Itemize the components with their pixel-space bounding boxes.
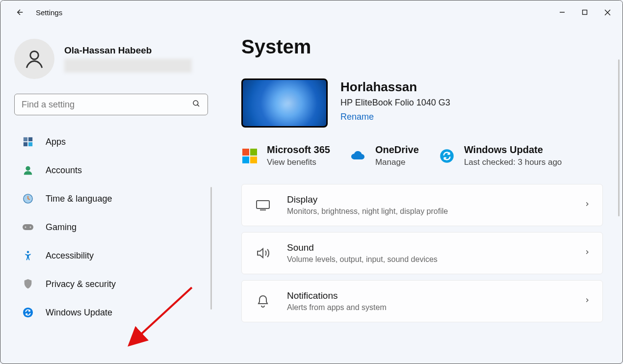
status-microsoft-365[interactable]: Microsoft 365 View benefits: [241, 144, 330, 167]
gaming-icon: [22, 221, 34, 233]
sidebar-item-label: Windows Update: [46, 308, 112, 318]
card-notifications[interactable]: Notifications Alerts from apps and syste…: [241, 280, 603, 322]
display-icon: [254, 199, 272, 211]
svg-rect-19: [257, 201, 269, 208]
svg-rect-7: [24, 137, 27, 141]
status-windows-update[interactable]: Windows Update Last checked: 3 hours ago: [439, 144, 562, 167]
sidebar-item-label: Accounts: [46, 165, 82, 176]
user-block[interactable]: Ola-Hassan Habeeb: [14, 39, 209, 79]
apps-icon: [22, 136, 34, 148]
rename-link[interactable]: Rename: [340, 112, 374, 122]
accounts-icon: [22, 164, 34, 176]
svg-point-15: [30, 227, 31, 228]
sidebar-item-label: Accessibility: [46, 251, 94, 261]
svg-point-5: [193, 101, 198, 105]
svg-point-14: [25, 227, 26, 228]
chevron-right-icon: [584, 297, 591, 306]
status-title: OneDrive: [375, 144, 419, 156]
sidebar-item-windows-update[interactable]: Windows Update: [14, 300, 209, 325]
nav: Apps Accounts Time & language Gaming: [14, 129, 209, 325]
status-sub: Manage: [375, 157, 419, 167]
windows-update-icon: [22, 307, 34, 318]
svg-point-4: [30, 51, 39, 59]
status-sub: View benefits: [267, 157, 330, 167]
svg-line-6: [197, 104, 199, 106]
sidebar-item-label: Apps: [46, 137, 66, 147]
user-name: Ola-Hassan Habeeb: [64, 45, 192, 56]
search-input[interactable]: [22, 100, 192, 110]
svg-point-16: [27, 251, 29, 253]
sidebar-item-accessibility[interactable]: Accessibility: [14, 243, 209, 268]
svg-rect-13: [23, 224, 33, 230]
sidebar-item-privacy-security[interactable]: Privacy & security: [14, 271, 209, 297]
chevron-right-icon: [584, 201, 591, 209]
content-pane: System Horlahassan HP EliteBook Folio 10…: [214, 24, 623, 364]
status-title: Microsoft 365: [267, 144, 330, 156]
user-email-redacted: [64, 59, 192, 73]
content-scrollbar[interactable]: [618, 59, 620, 216]
sidebar-item-accounts[interactable]: Accounts: [14, 157, 209, 183]
settings-cards: Display Monitors, brightness, night ligh…: [241, 184, 603, 322]
svg-point-18: [440, 149, 454, 163]
svg-rect-10: [28, 142, 32, 146]
windows-update-status-icon: [439, 148, 455, 164]
sidebar-item-label: Privacy & security: [46, 279, 116, 289]
status-onedrive[interactable]: OneDrive Manage: [350, 144, 419, 167]
back-button[interactable]: [10, 2, 30, 22]
card-sub: Monitors, brightness, night light, displ…: [287, 207, 448, 216]
sidebar-item-gaming[interactable]: Gaming: [14, 214, 209, 240]
sidebar: Ola-Hassan Habeeb Apps Accou: [0, 24, 214, 364]
svg-point-11: [26, 166, 30, 171]
onedrive-icon: [350, 148, 366, 164]
nav-scrollbar[interactable]: [210, 187, 212, 310]
avatar: [14, 39, 54, 79]
window-controls: [551, 4, 619, 20]
sidebar-item-time-language[interactable]: Time & language: [14, 186, 209, 211]
accessibility-icon: [22, 250, 34, 261]
card-sub: Alerts from apps and system: [287, 303, 387, 312]
card-sub: Volume levels, output, input, sound devi…: [287, 255, 438, 264]
search-box[interactable]: [14, 94, 208, 115]
status-title: Windows Update: [464, 144, 562, 156]
sidebar-item-label: Gaming: [46, 222, 77, 233]
device-block: Horlahassan HP EliteBook Folio 1040 G3 R…: [241, 78, 603, 128]
sidebar-item-label: Time & language: [46, 194, 112, 204]
sidebar-item-apps[interactable]: Apps: [14, 129, 209, 155]
svg-rect-9: [24, 142, 27, 146]
device-wallpaper-thumb[interactable]: [241, 78, 328, 128]
time-language-icon: [22, 193, 34, 205]
window-title: Settings: [36, 8, 62, 17]
card-title: Notifications: [287, 290, 387, 301]
card-sound[interactable]: Sound Volume levels, output, input, soun…: [241, 232, 603, 274]
card-display[interactable]: Display Monitors, brightness, night ligh…: [241, 184, 603, 226]
notifications-icon: [254, 294, 272, 308]
page-title: System: [241, 36, 603, 58]
microsoft-365-icon: [241, 148, 258, 164]
status-row: Microsoft 365 View benefits OneDrive Man…: [241, 144, 603, 167]
svg-rect-8: [28, 137, 32, 141]
minimize-button[interactable]: [551, 4, 573, 20]
close-button[interactable]: [596, 4, 619, 20]
svg-point-17: [23, 308, 33, 317]
card-title: Display: [287, 194, 448, 205]
device-name: Horlahassan: [340, 79, 450, 95]
titlebar: Settings: [0, 0, 623, 24]
sound-icon: [254, 247, 272, 260]
device-model: HP EliteBook Folio 1040 G3: [340, 98, 450, 108]
chevron-right-icon: [584, 249, 591, 258]
maximize-button[interactable]: [573, 4, 596, 20]
svg-rect-1: [583, 10, 587, 15]
privacy-security-icon: [22, 278, 34, 290]
search-icon: [192, 99, 201, 110]
card-title: Sound: [287, 242, 438, 253]
status-sub: Last checked: 3 hours ago: [464, 157, 562, 167]
